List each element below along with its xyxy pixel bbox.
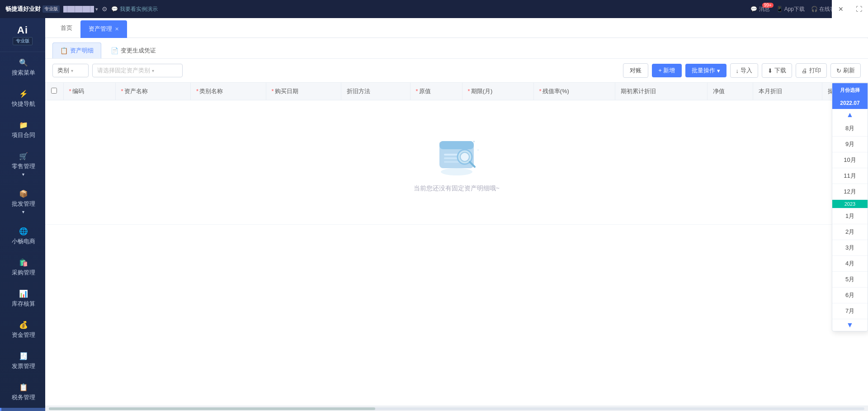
- headset-icon: 🎧: [811, 6, 818, 12]
- close-window-button[interactable]: ✕: [832, 0, 850, 18]
- tax-icon: 📋: [19, 383, 28, 392]
- category-select-input[interactable]: 请选择固定资产类别 ▾: [92, 64, 183, 77]
- refresh-button[interactable]: ↻ 刷新: [830, 63, 861, 78]
- refresh-icon: ↻: [836, 67, 841, 74]
- sidebar-label-capital: 资金管理: [12, 331, 35, 339]
- table-col-monthly: 本月折旧: [753, 83, 822, 100]
- settings-button[interactable]: ⚙: [102, 5, 108, 13]
- month-item-7[interactable]: 7月: [832, 303, 868, 319]
- company-name: ████████: [63, 6, 94, 12]
- ecommerce-icon: 🌐: [19, 227, 28, 236]
- table-col-depreciation-method: 折旧方法: [341, 83, 410, 100]
- download-button[interactable]: ⬇ 下载: [762, 63, 792, 78]
- topbar: 畅捷通好业财 专业版 ████████ ▾ ⚙ 💬 我要看实例演示 💬 消息 9…: [0, 0, 868, 18]
- invoice-icon: 🧾: [19, 352, 28, 360]
- sidebar-item-capital[interactable]: 💰 资金管理: [0, 314, 45, 345]
- quicknav-icon: ⚡: [19, 90, 28, 98]
- retail-icon: 🛒: [19, 152, 28, 161]
- table-col-category: *类别名称: [191, 83, 266, 100]
- sidebar-label-tax: 税务管理: [12, 393, 35, 402]
- sidebar-item-search[interactable]: 🔍 搜索菜单: [0, 52, 45, 83]
- month-item-11[interactable]: 11月: [832, 168, 868, 184]
- tab-bar: 首页 资产管理 ✕: [45, 18, 868, 38]
- empty-state-cell: ✦ ✦ ✦ 当前您还没有固定资产明细哦~: [45, 100, 868, 225]
- table-col-name: *资产名称: [115, 83, 191, 100]
- month-item-10[interactable]: 10月: [832, 152, 868, 168]
- detail-tab-icon: 📋: [60, 47, 68, 54]
- message-badge: 99+: [762, 3, 774, 8]
- svg-text:✦: ✦: [439, 141, 442, 146]
- topbar-left: 畅捷通好业财 专业版 ████████ ▾ ⚙ 💬 我要看实例演示: [5, 5, 746, 13]
- reconcile-button[interactable]: 对账: [623, 63, 648, 78]
- empty-text: 当前您还没有固定资产明细哦~: [414, 184, 500, 193]
- month-picker-header: 月份选择: [832, 83, 868, 97]
- refresh-label: 刷新: [843, 66, 855, 75]
- import-button[interactable]: ↓ 导入: [730, 63, 759, 78]
- select-all-checkbox[interactable]: [51, 88, 57, 94]
- month-item-8[interactable]: 8月: [832, 121, 868, 137]
- sub-tab-voucher[interactable]: 📄 变更生成凭证: [103, 43, 164, 58]
- category-filter[interactable]: 类别 ▾: [52, 64, 89, 77]
- sidebar-label-inventory: 库存核算: [12, 300, 35, 308]
- svg-point-0: [441, 168, 472, 175]
- demo-text: 我要看实例演示: [120, 5, 158, 13]
- window-controls: ✕ ⛶: [832, 0, 868, 18]
- app-name: 畅捷通好业财: [5, 5, 41, 13]
- sidebar-item-invoice[interactable]: 🧾 发票管理: [0, 345, 45, 377]
- sidebar-item-retail[interactable]: 🛒 零售管理 ▼: [0, 146, 45, 183]
- table-container[interactable]: *编码 *资产名称 *类别名称 *购买日期 折旧方法 *原值 *期限(月) *残…: [45, 83, 868, 406]
- month-item-12[interactable]: 12月: [832, 184, 868, 200]
- message-button[interactable]: 💬 消息 99+: [750, 5, 770, 13]
- batch-label: 批量操作: [692, 66, 715, 75]
- toolbar-right: 对账 + 新增 批量操作 ▾ ↓ 导入 ⬇ 下载: [623, 63, 861, 78]
- add-button[interactable]: + 新增: [652, 64, 681, 77]
- month-item-4[interactable]: 4月: [832, 256, 868, 272]
- sidebar-item-ecommerce[interactable]: 🌐 小畅电商: [0, 221, 45, 252]
- assets-table: *编码 *资产名称 *类别名称 *购买日期 折旧方法 *原值 *期限(月) *残…: [45, 83, 868, 225]
- print-button[interactable]: 🖨 打印: [796, 63, 827, 78]
- month-picker-down-button[interactable]: ▼: [832, 319, 868, 331]
- month-item-9[interactable]: 9月: [832, 137, 868, 152]
- tab-home[interactable]: 首页: [52, 19, 80, 38]
- import-label: 导入: [741, 66, 752, 75]
- sidebar-item-project[interactable]: 📁 项目合同: [0, 114, 45, 146]
- table-header-row: *编码 *资产名称 *类别名称 *购买日期 折旧方法 *原值 *期限(月) *残…: [45, 83, 868, 100]
- app-download-button[interactable]: 📱 App下载: [776, 5, 805, 13]
- table-col-code: *编码: [63, 83, 115, 100]
- import-icon: ↓: [736, 67, 739, 74]
- sub-tab-detail[interactable]: 📋 资产明细: [52, 43, 101, 58]
- tab-close-icon[interactable]: ✕: [115, 26, 119, 32]
- sidebar-item-wholesale[interactable]: 📦 批发管理 ▼: [0, 183, 45, 221]
- download-label: 下载: [774, 66, 786, 75]
- sidebar-item-tax[interactable]: 📋 税务管理: [0, 377, 45, 408]
- sidebar-label-purchase: 采购管理: [12, 269, 35, 277]
- sidebar-item-purchase[interactable]: 🛍️ 采购管理: [0, 252, 45, 283]
- demo-icon: 💬: [111, 6, 118, 12]
- voucher-tab-icon: 📄: [111, 47, 118, 54]
- scrollbar-thumb[interactable]: [49, 407, 375, 410]
- month-item-1[interactable]: 1月: [832, 208, 868, 224]
- category-select-chevron-icon: ▾: [152, 68, 154, 73]
- table-col-checkbox: [45, 83, 63, 100]
- month-item-2[interactable]: 2月: [832, 224, 868, 240]
- sidebar-label-search: 搜索菜单: [12, 69, 35, 77]
- batch-button[interactable]: 批量操作 ▾: [685, 64, 726, 77]
- maximize-window-button[interactable]: ⛶: [850, 0, 868, 18]
- sidebar-item-fixed-assets[interactable]: 🏢 固定资产: [0, 408, 45, 411]
- demo-button[interactable]: 💬 我要看实例演示: [111, 5, 158, 13]
- sidebar-item-inventory[interactable]: 📊 库存核算: [0, 283, 45, 314]
- company-dropdown[interactable]: ████████ ▾: [63, 6, 98, 12]
- month-item-5[interactable]: 5月: [832, 272, 868, 288]
- horizontal-scrollbar[interactable]: [45, 406, 868, 411]
- month-item-3[interactable]: 3月: [832, 240, 868, 256]
- sidebar-item-quicknav[interactable]: ⚡ 快捷导航: [0, 83, 45, 114]
- purchase-icon: 🛍️: [19, 258, 28, 267]
- main-layout: Ai 专业版 🔍 搜索菜单 ⚡ 快捷导航 📁 项目合同 🛒 零售管理 ▼ 📦 批…: [0, 18, 868, 411]
- tab-assets[interactable]: 资产管理 ✕: [80, 20, 127, 38]
- message-icon: 💬: [750, 6, 757, 12]
- month-picker-up-button[interactable]: ▲: [832, 109, 868, 121]
- app-download-label: App下载: [784, 5, 805, 13]
- toolbar-left: 类别 ▾ 请选择固定资产类别 ▾: [52, 64, 619, 77]
- month-item-6[interactable]: 6月: [832, 288, 868, 303]
- capital-icon: 💰: [19, 321, 28, 329]
